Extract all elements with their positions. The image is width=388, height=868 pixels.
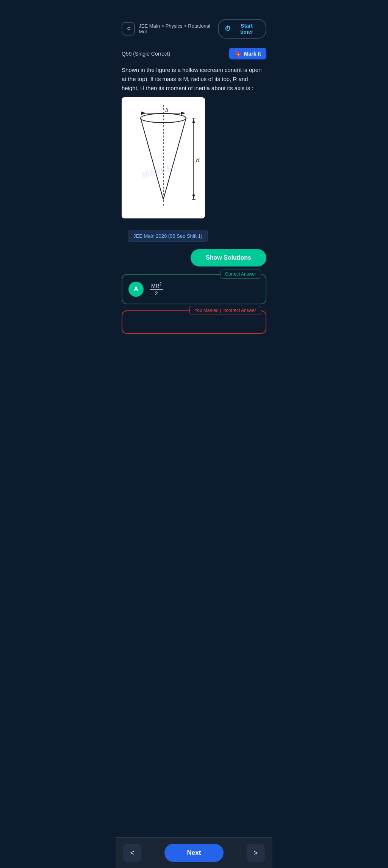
next-button[interactable]: Next [164,844,224,862]
cone-diagram: R H MARKS [122,97,205,218]
mark-it-button[interactable]: 🔖 Mark It [229,48,266,59]
next-label: Next [187,849,201,856]
start-timer-button[interactable]: ⏱ Start timer [218,19,266,39]
forward-button[interactable]: > [247,844,265,862]
previous-button[interactable]: < [123,844,141,862]
header-left: < JEE Main > Physics > Rotational Mot [122,22,218,36]
timer-icon: ⏱ [225,25,231,32]
forward-icon: > [254,849,258,857]
svg-text:R: R [165,107,169,113]
exam-tag: JEE Main 2020 (06 Sep Shift 1) [128,231,208,242]
mark-it-label: Mark It [244,51,261,57]
breadcrumb: JEE Main > Physics > Rotational Mot [139,23,218,34]
correct-option-row: A MR2 2 [128,282,260,297]
exam-tag-container: JEE Main 2020 (06 Sep Shift 1) [116,224,272,249]
timer-label: Start timer [234,23,260,35]
option-a-circle: A [128,282,144,297]
correct-answer-badge: Correct Answer [220,270,261,279]
bookmark-icon: 🔖 [234,50,242,57]
formula-denominator: 2 [153,290,160,296]
incorrect-answer-card: You Marked | Incorrect Answer [122,310,266,334]
correct-answer-card: Correct Answer A MR2 2 [122,274,266,304]
question-meta: Q59 (Single Correct) 🔖 Mark It [116,44,272,62]
question-number: Q59 (Single Correct) [122,51,170,57]
show-solutions-button[interactable]: Show Solutions [191,249,266,266]
prev-icon: < [130,849,135,857]
cone-figure: R H MARKS [122,97,205,218]
question-text: Shown in the figure is a hollow icecream… [116,62,272,97]
formula-numerator: MR2 [150,282,163,290]
header: < JEE Main > Physics > Rotational Mot ⏱ … [116,0,272,44]
svg-text:H: H [196,157,200,163]
correct-answer-section: Correct Answer A MR2 2 [116,274,272,310]
bottom-navigation: < Next > [116,837,272,868]
back-button[interactable]: < [122,22,135,36]
incorrect-answer-badge: You Marked | Incorrect Answer [189,306,261,315]
back-icon: < [127,25,130,32]
show-solutions-label: Show Solutions [206,254,251,261]
question-body: Shown in the figure is a hollow icecream… [122,67,261,91]
correct-formula: MR2 2 [150,282,163,297]
